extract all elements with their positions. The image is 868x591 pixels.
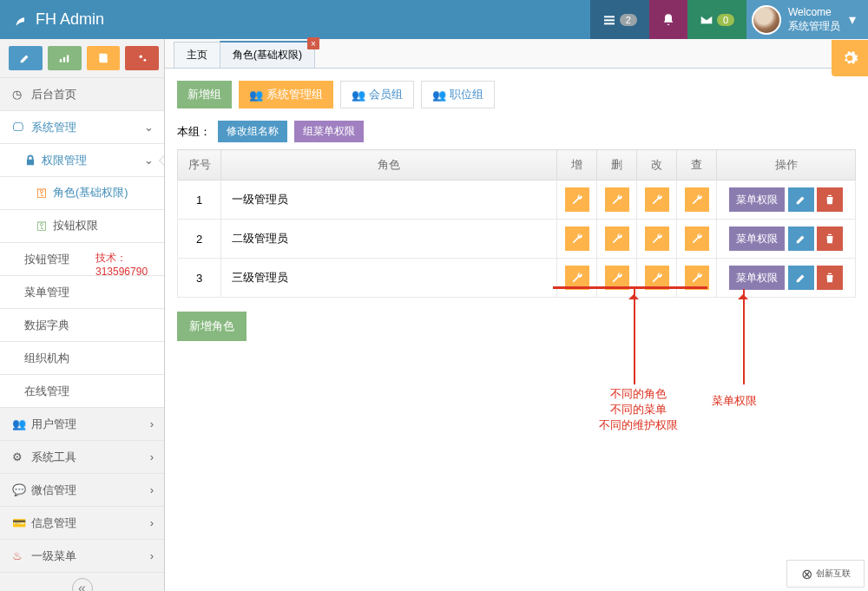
book-icon [97,52,109,64]
add-role-button[interactable]: 新增角色 [177,312,247,341]
sys-admin-group-button[interactable]: 👥系统管理组 [239,81,333,108]
member-group-button[interactable]: 👥会员组 [340,81,414,108]
sidebar-item-info-mgmt[interactable]: 💳 信息管理 › [0,507,164,540]
shortcut-edit[interactable] [9,46,43,70]
shortcut-book[interactable] [87,46,121,70]
edit-icon [795,272,807,284]
header-user[interactable]: Welcome 系统管理员 ▾ [746,0,868,39]
chevron-right-icon: › [150,483,154,496]
wrench-button[interactable] [685,187,709,212]
cell-seq: 2 [178,220,221,259]
users-icon: 👥 [12,417,31,430]
annotation-text-right: 菜单权限 [712,393,757,409]
edit-button[interactable] [788,227,814,251]
watermark: 技术：313596790 [95,251,164,278]
tab-main[interactable]: 主页 [174,42,220,68]
monitor-icon: 🖵 [12,121,31,134]
svg-rect-0 [604,16,615,17]
bell-icon [661,13,675,27]
menu-perm-button[interactable]: 菜单权限 [729,227,785,251]
wrench-icon [651,233,663,245]
tab-role[interactable]: 角色(基础权限) × [220,41,315,68]
sidebar-item-user-mgmt[interactable]: 👥 用户管理 › [0,408,164,441]
sidebar-item-permission[interactable]: 权限管理 ⌄ [0,144,164,177]
annotation-line [634,289,635,384]
annotation-text-left: 不同的角色 不同的菜单 不同的维护权限 [582,386,694,434]
signal-icon [58,52,70,64]
wrench-button[interactable] [605,187,629,212]
sidebar-shortcut-row [0,39,164,78]
group-action-row: 本组： 修改组名称 组菜单权限 [177,121,856,142]
cell-ops: 菜单权限 [717,220,856,259]
sidebar-item-data-dict[interactable]: 数据字典 [0,309,164,342]
new-group-button[interactable]: 新增组 [177,81,232,108]
role-table: 序号 角色 增 删 改 查 操作 1一级管理员菜单权限 2二级管理员菜单权限 3… [177,149,856,298]
cogs-icon [136,52,148,64]
cell-role: 一级管理员 [221,181,557,220]
svg-rect-1 [604,19,615,21]
menu-perm-button[interactable]: 菜单权限 [729,187,785,212]
leaf-icon [13,12,29,28]
header-mail[interactable]: 0 [687,0,746,39]
trash-icon [824,233,836,245]
trash-icon [824,194,836,206]
sidebar-item-level1-menu[interactable]: ♨ 一级菜单 › [0,540,164,573]
header-notifications[interactable] [649,0,687,39]
rename-group-button[interactable]: 修改组名称 [218,121,287,142]
shortcut-stats[interactable] [48,46,82,70]
sidebar-item-wechat[interactable]: 💬 微信管理 › [0,474,164,507]
sidebar-item-system-tools[interactable]: ⚙ 系统工具 › [0,441,164,474]
shortcut-settings[interactable] [125,46,159,70]
wrench-button[interactable] [565,187,589,212]
svg-point-6 [139,56,142,59]
key-icon: ⚿ [36,220,48,233]
mail-badge: 0 [717,14,734,26]
sidebar-item-online[interactable]: 在线管理 [0,375,164,408]
brand-text: FH Admin [36,10,104,29]
th-mod: 改 [637,150,677,181]
sidebar-item-menu-mgmt[interactable]: 菜单管理 [0,276,164,309]
wrench-icon [611,194,623,206]
close-icon[interactable]: × [307,37,319,49]
sidebar-item-button-perm[interactable]: ⚿ 按钮权限 [0,210,164,243]
delete-button[interactable] [817,227,843,251]
position-group-button[interactable]: 👥职位组 [421,81,495,108]
chat-icon: 💬 [12,483,31,496]
table-row: 2二级管理员菜单权限 [178,220,856,259]
sidebar-item-home[interactable]: ◷ 后台首页 [0,78,164,111]
sidebar-collapse-button[interactable]: « [72,578,93,591]
welcome-label: Welcome [788,6,840,20]
pencil-icon [19,52,31,64]
brand: FH Admin [0,10,117,29]
delete-button[interactable] [817,266,843,290]
wrench-icon [651,194,663,206]
cell-role: 三级管理员 [221,259,557,298]
trash-icon [824,272,836,284]
th-ops: 操作 [717,150,856,181]
wrench-button[interactable] [565,227,589,251]
menu-perm-button[interactable]: 菜单权限 [729,266,785,290]
group-menu-perm-button[interactable]: 组菜单权限 [294,121,364,142]
brand-watermark: ⊗创新互联 [786,560,865,588]
mail-icon [700,13,713,27]
wrench-button[interactable] [685,227,709,251]
sidebar-item-org[interactable]: 组织机构 [0,342,164,375]
table-row: 3三级管理员菜单权限 [178,259,856,298]
wrench-icon [611,233,623,245]
sidebar-item-button-mgmt[interactable]: 按钮管理 技术：313596790 [0,243,164,276]
th-role: 角色 [221,150,557,181]
wrench-button[interactable] [645,227,669,251]
sidebar-item-system[interactable]: 🖵 系统管理 ⌄ [0,111,164,144]
edit-button[interactable] [788,266,814,290]
wrench-button[interactable] [645,187,669,212]
svg-rect-3 [60,59,62,62]
settings-fab[interactable] [832,40,868,76]
edit-button[interactable] [788,187,814,212]
group-pill-row: 新增组 👥系统管理组 👥会员组 👥职位组 [177,81,856,108]
wrench-button[interactable] [605,227,629,251]
sidebar-item-role-basic[interactable]: ⚿ 角色(基础权限) [0,177,164,210]
delete-button[interactable] [817,187,843,212]
table-row: 1一级管理员菜单权限 [178,181,856,220]
chevron-down-icon: ⌄ [144,121,154,134]
header-tasks[interactable]: 2 [590,0,649,39]
